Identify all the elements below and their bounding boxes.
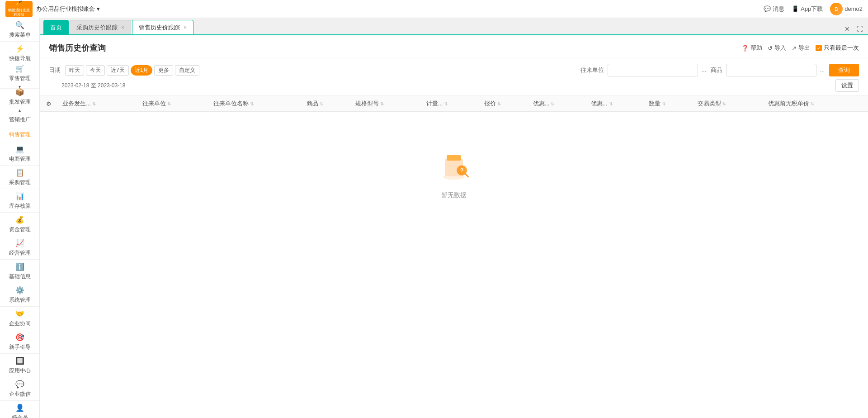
close-all-tabs-button[interactable]: ✕ — [843, 24, 852, 33]
sidebar-item-label: 库存核算 — [9, 202, 31, 210]
tab-sales-history[interactable]: 销售历史价跟踪 × — [132, 20, 193, 34]
th-discount1[interactable]: 优惠... ⇅ — [528, 96, 586, 112]
sidebar-item-app-center[interactable]: 🔲 应用中心 — [0, 354, 39, 377]
sort-icon-price-no-tax: ⇅ — [811, 101, 814, 106]
maximize-button[interactable]: ⛶ — [855, 24, 864, 33]
export-label: 导出 — [798, 44, 810, 52]
party-filter-group: 往来单位 ... — [580, 64, 706, 76]
company-dropdown[interactable]: 办公用品行业模拟账套 ▾ — [36, 5, 760, 13]
goods-input[interactable] — [726, 64, 816, 76]
th-party-name[interactable]: 往来单位名称 ⇅ — [209, 96, 302, 112]
username: demo2 — [844, 5, 863, 12]
sidebar-item-wholesale[interactable]: 📦 批发管理 ▴ — [0, 89, 39, 112]
sidebar-item-enterprise[interactable]: 🤝 企业协同 — [0, 307, 39, 330]
party-filter-label: 往来单位 — [580, 66, 604, 74]
purchase-icon: 📋 — [15, 168, 24, 177]
close-tab-sales-icon[interactable]: × — [184, 25, 187, 30]
th-spec-label: 规格型号 — [355, 100, 379, 108]
th-biz-date[interactable]: 业务发生... ⇅ — [58, 96, 138, 112]
table-header: ⚙ 业务发生... ⇅ 往来单位 — [40, 96, 868, 112]
page-header-actions: ❓ 帮助 ↺ 导入 ↗ 导出 ✓ 只看最后一次 — [741, 44, 859, 52]
th-sort-biz-date: 业务发生... ⇅ — [62, 100, 96, 108]
party-input[interactable] — [608, 64, 698, 76]
sort-icon-trade-type: ⇅ — [722, 101, 726, 106]
th-goods[interactable]: 商品 ⇅ — [302, 96, 351, 112]
th-settings[interactable]: ⚙ — [40, 96, 58, 112]
th-sort-spec: 规格型号 ⇅ — [355, 100, 384, 108]
sidebar-item-marketing[interactable]: 营销推广 — [0, 112, 39, 127]
yesterday-btn[interactable]: 昨天 — [65, 65, 84, 76]
sidebar-item-retail[interactable]: 🛒 零售管理 ▾ — [0, 65, 39, 89]
import-button[interactable]: ↺ 导入 — [768, 44, 786, 52]
system-icon: ⚙️ — [15, 286, 24, 294]
logo[interactable]: 🍊 畅捷通好生意标准版 — [5, 1, 33, 17]
help-icon: ❓ — [741, 45, 749, 52]
month1-btn[interactable]: 近1月 — [131, 65, 153, 76]
tab-sales-history-label: 销售历史价跟踪 — [139, 24, 180, 32]
sidebar-item-purchase[interactable]: 📋 采购管理 — [0, 166, 39, 189]
sidebar-item-inventory[interactable]: 📊 库存核算 — [0, 189, 39, 213]
sidebar-item-label: 销售管理 — [9, 131, 31, 138]
sidebar-item-operations[interactable]: 📈 经营管理 — [0, 236, 39, 260]
th-unit[interactable]: 计量... ⇅ — [422, 96, 480, 112]
date-buttons: 昨天 今天 近7天 近1月 更多 自定义 — [65, 65, 199, 76]
sidebar-item-label: 畅会员 — [12, 414, 28, 418]
sidebar: 🔍 搜索菜单 ⚡ 快捷导航 🛒 零售管理 ▾ 📦 批发管理 ▴ 营销推广 销售管… — [0, 18, 40, 418]
close-tab-purchase-icon[interactable]: × — [121, 25, 124, 30]
goods-dots: ... — [820, 67, 825, 73]
ecommerce-icon: 💻 — [15, 145, 24, 153]
export-icon: ↗ — [792, 45, 797, 52]
query-button[interactable]: 查询 — [829, 64, 859, 76]
th-trade-type[interactable]: 交易类型 ⇅ — [693, 96, 764, 112]
tab-home[interactable]: 首页 — [43, 20, 69, 34]
th-spec[interactable]: 规格型号 ⇅ — [351, 96, 422, 112]
settings-button[interactable]: 设置 — [835, 79, 859, 92]
sidebar-item-sales[interactable]: 销售管理 — [0, 127, 39, 142]
th-qty[interactable]: 数量 ⇅ — [644, 96, 693, 112]
sidebar-item-shortcut[interactable]: ⚡ 快捷导航 — [0, 42, 39, 65]
export-button[interactable]: ↗ 导出 — [792, 44, 810, 52]
sidebar-item-search[interactable]: 🔍 搜索菜单 — [0, 18, 39, 42]
sidebar-item-basic-info[interactable]: ℹ️ 基础信息 — [0, 260, 39, 283]
last-only-checkbox[interactable]: ✓ 只看最后一次 — [816, 44, 859, 52]
app-download-button[interactable]: 📱 App下载 — [792, 5, 823, 13]
basic-info-icon: ℹ️ — [15, 262, 24, 271]
th-price-no-tax[interactable]: 优惠前无税单价 ⇅ — [764, 96, 868, 112]
filter-row2: 2023-02-18 至 2023-03-18 设置 — [49, 79, 859, 92]
guide-icon: 🎯 — [15, 333, 24, 342]
sidebar-item-label: 采购管理 — [9, 179, 31, 186]
sidebar-item-weixin[interactable]: 💬 企业微信 — [0, 377, 39, 401]
company-name: 办公用品行业模拟账套 — [36, 5, 95, 13]
avatar: D — [830, 3, 843, 15]
th-discount2[interactable]: 优惠... ⇅ — [586, 96, 644, 112]
th-goods-label: 商品 — [307, 100, 318, 108]
sidebar-item-system[interactable]: ⚙️ 系统管理 — [0, 283, 39, 307]
sidebar-item-finance[interactable]: 💰 资金管理 — [0, 213, 39, 236]
custom-btn[interactable]: 自定义 — [175, 65, 199, 76]
th-qty-label: 数量 — [649, 100, 660, 108]
settings-icon: ⚙ — [46, 100, 52, 107]
tab-purchase-history[interactable]: 采购历史价跟踪 × — [70, 20, 131, 34]
message-button[interactable]: 💬 消息 — [764, 5, 784, 13]
sidebar-item-member[interactable]: 👤 畅会员 — [0, 401, 39, 418]
help-button[interactable]: ❓ 帮助 — [741, 44, 762, 52]
th-party-code[interactable]: 往来单位 ⇅ — [138, 96, 209, 112]
empty-state-text: 暂无数据 — [441, 191, 467, 200]
sort-icon-discount1: ⇅ — [551, 101, 554, 106]
import-label: 导入 — [774, 44, 786, 52]
goods-filter-label: 商品 — [711, 66, 722, 74]
week7-btn[interactable]: 近7天 — [107, 65, 129, 76]
sidebar-item-guide[interactable]: 🎯 新手引导 — [0, 330, 39, 354]
table-header-row: ⚙ 业务发生... ⇅ 往来单位 — [40, 96, 868, 112]
sidebar-item-label: 批发管理 — [9, 98, 31, 106]
more-btn[interactable]: 更多 — [154, 65, 173, 76]
sidebar-item-ecommerce[interactable]: 💻 电商管理 — [0, 142, 39, 166]
today-btn[interactable]: 今天 — [86, 65, 105, 76]
import-icon: ↺ — [768, 45, 773, 52]
sidebar-item-label: 资金管理 — [9, 226, 31, 233]
sort-icon-biz-date: ⇅ — [92, 101, 96, 106]
th-quote[interactable]: 报价 ⇅ — [480, 96, 528, 112]
sidebar-item-label: 企业微信 — [9, 390, 31, 398]
user-menu[interactable]: D demo2 — [830, 3, 863, 15]
help-label: 帮助 — [750, 44, 762, 52]
